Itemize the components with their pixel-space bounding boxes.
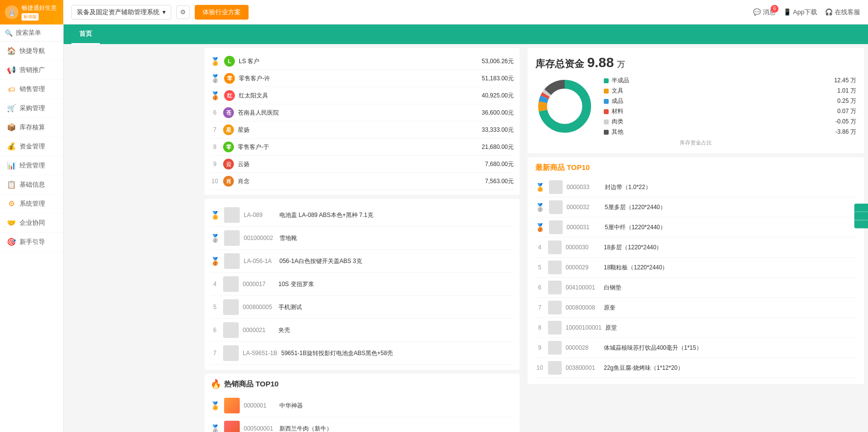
donut-svg: [535, 77, 594, 136]
list-item: 🥈 001000002 雪地靴: [210, 227, 514, 250]
bronze-medal-icon: 🥉: [210, 91, 220, 100]
list-item: 🏅 L LS 客户 53,006.26元: [210, 53, 514, 70]
gold-medal-icon: 🏅: [210, 57, 220, 66]
list-item: 6 苍 苍南县人民医院 36,600.00元: [210, 104, 514, 121]
list-item: 10 003800001 22g鱼豆腐-烧烤味（1*12*20）: [535, 358, 856, 378]
middle-panel: 🏅 L LS 客户 53,006.26元 🥈 零 零售客户-许 51,183.0…: [201, 44, 524, 432]
customer-rank-list: 🏅 L LS 客户 53,006.26元 🥈 零 零售客户-许 51,183.0…: [210, 53, 514, 190]
new-products-card: 最新商品 TOP10 🏅 0000033 封边带（1.0*22） 🥈 00000…: [527, 157, 864, 384]
product-image: [548, 261, 562, 274]
content: 🏅 L LS 客户 53,006.26元 🥈 零 零售客户-许 51,183.0…: [64, 44, 868, 432]
legend-item: 其他 -3.86 万: [604, 128, 856, 136]
legend-item: 材料 0.07 万: [604, 107, 856, 116]
settings-button[interactable]: ⚙: [176, 5, 190, 19]
hot-products-right-card: 🏅 LA-089 电池盖 LA-089 ABS本色+黑种 7.1克 🥈 0010…: [205, 199, 520, 370]
list-item: 🥉 LA-056-1A 056-1A白色按键开关盖ABS 3克: [210, 250, 514, 273]
trial-button[interactable]: 体验行业方案: [195, 5, 249, 20]
cart-icon: 🛒: [7, 104, 16, 113]
list-item: 🥈 零 零售客户-许 51,183.00元: [210, 70, 514, 87]
rank-badge: L: [224, 56, 235, 67]
top-bar-right: 💬 消息 6 📱 App下载 🎧 在线客服: [753, 8, 860, 17]
list-item: 🥉 红 红太阳文具 40,925.00元: [210, 87, 514, 104]
megaphone-icon: 📢: [7, 66, 16, 74]
message-button[interactable]: 💬 消息 6: [753, 8, 776, 17]
donut-chart: [535, 77, 594, 136]
search-menu[interactable]: 🔍 搜索菜单: [0, 24, 63, 42]
tab-home[interactable]: 首页: [71, 24, 100, 44]
product-image: [549, 180, 563, 194]
gold-medal-icon: 🏅: [210, 211, 220, 220]
float-btn-live[interactable]: 直播: [854, 220, 868, 229]
product-image: [223, 299, 239, 315]
rank-badge: 零: [223, 142, 234, 152]
customer-ranking-card: 🏅 L LS 客户 53,006.26元 🥈 零 零售客户-许 51,183.0…: [205, 48, 520, 195]
product-image: [224, 421, 240, 432]
product-image: [548, 240, 562, 254]
sidebar-item-guide[interactable]: 🎯 新手引导: [0, 233, 63, 252]
product-image: [224, 253, 240, 269]
gold-medal-icon: 🏅: [210, 401, 220, 410]
rank-badge: 苍: [223, 107, 234, 118]
inventory-caption: 库存资金占比: [535, 139, 856, 146]
legend-item: 文具 1.01 万: [604, 87, 856, 95]
product-image: [223, 322, 239, 338]
sidebar-item-quick-nav[interactable]: 🏠 快捷导航: [0, 42, 63, 61]
bronze-medal-icon: 🥉: [535, 223, 545, 232]
float-btn-service[interactable]: 客服热线: [854, 204, 868, 212]
list-item: 9 云 云扬 7,680.00元: [210, 156, 514, 173]
legend-dot: [604, 109, 609, 114]
sidebar-item-finance[interactable]: 💰 资金管理: [0, 137, 63, 156]
legend-dot: [604, 78, 609, 83]
list-item: 🥈 0000032 5厘多层（1220*2440）: [535, 197, 856, 217]
hot-products-title: 🔥 热销商品 TOP10: [210, 379, 514, 389]
system-selector[interactable]: 装备及固定资产辅助管理系统 ▾: [71, 5, 171, 20]
list-item: 5 000800005 手机测试: [210, 296, 514, 319]
message-icon: 💬: [753, 8, 761, 16]
product-image: [548, 361, 562, 375]
app-download-button[interactable]: 📱 App下载: [783, 8, 817, 17]
product-image: [223, 345, 239, 361]
money-icon: 💰: [7, 142, 16, 151]
product-image: [548, 301, 562, 314]
sidebar-item-system[interactable]: ⚙ 系统管理: [0, 194, 63, 214]
list-item: 5 0000029 18颗粒板（1220*2440）: [535, 258, 856, 278]
product-image: [224, 398, 240, 413]
list-item: 8 10000100001 原堂: [535, 318, 856, 338]
inventory-amount: 9.88: [587, 55, 614, 71]
left-panel-spacer: [64, 44, 201, 432]
search-icon: 🔍: [5, 29, 13, 37]
sidebar-item-enterprise[interactable]: 🤝 企业协同: [0, 214, 63, 233]
list-item: 🥈 000500001 新西兰牛肉（新牛）: [210, 417, 514, 432]
rank-badge: 红: [224, 90, 235, 101]
silver-medal-icon: 🥈: [210, 234, 220, 243]
float-buttons: 客服热线 服务社区 直播: [854, 204, 868, 229]
sidebar-item-marketing[interactable]: 📢 营销推广: [0, 61, 63, 80]
product-image: [548, 341, 562, 355]
sidebar-item-inventory[interactable]: 📦 库存核算: [0, 118, 63, 137]
box-icon: 📦: [7, 123, 16, 132]
legend-dot: [604, 89, 609, 94]
hot-products-list: 🏅 0000001 中华神器 🥈 000500001 新西兰牛肉（新牛） 🥉: [210, 394, 514, 432]
sidebar-item-purchase[interactable]: 🛒 采购管理: [0, 99, 63, 118]
tab-bar: 首页: [64, 24, 868, 44]
product-image: [223, 276, 239, 292]
list-item: 🏅 LA-089 电池盖 LA-089 ABS本色+黑种 7.1克: [210, 204, 514, 227]
bronze-medal-icon: 🥉: [210, 257, 220, 266]
legend-dot: [604, 130, 609, 135]
list-item: 4 0000030 18多层（1220*2440）: [535, 238, 856, 258]
gold-medal-icon: 🏅: [535, 183, 545, 192]
silver-medal-icon: 🥈: [210, 424, 220, 432]
list-item: 🏅 0000033 封边带（1.0*22）: [535, 177, 856, 197]
sidebar: 🐰 畅捷通好生意 标准版 🔍 搜索菜单 🏠 快捷导航 📢 营销推广 🏷 销售管理…: [0, 0, 64, 432]
hot-products-right-list: 🏅 LA-089 电池盖 LA-089 ABS本色+黑种 7.1克 🥈 0010…: [210, 204, 514, 365]
sidebar-item-basic[interactable]: 📋 基础信息: [0, 175, 63, 194]
list-item: 7 000800008 原奎: [535, 298, 856, 318]
list-item: 🏅 0000001 中华神器: [210, 394, 514, 417]
legend-item: 肉类 -0.05 万: [604, 118, 856, 126]
list-item: 9 0000028 体城蒜核味苏打饮品400毫升（1*15）: [535, 338, 856, 358]
product-image: [224, 230, 240, 246]
sidebar-item-sales[interactable]: 🏷 销售管理: [0, 80, 63, 99]
service-button[interactable]: 🎧 在线客服: [825, 8, 860, 17]
sidebar-item-operation[interactable]: 📊 经营管理: [0, 156, 63, 175]
float-btn-community[interactable]: 服务社区: [854, 212, 868, 220]
